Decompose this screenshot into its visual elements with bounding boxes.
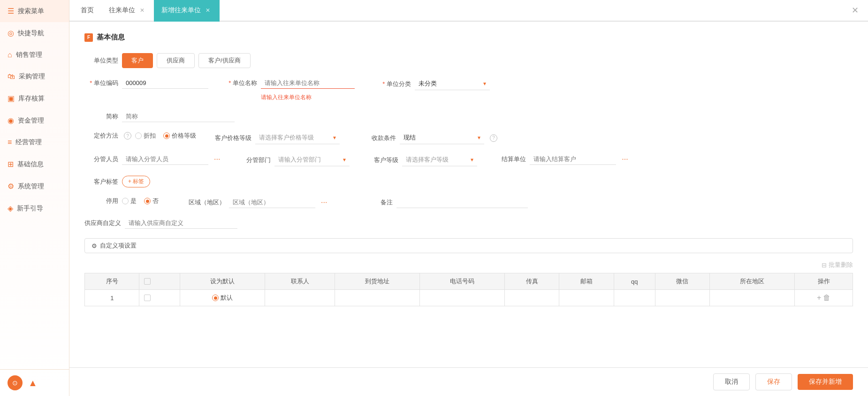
unit-code-label: 单位编码	[84, 79, 118, 87]
cancel-button[interactable]: 取消	[713, 373, 750, 390]
sidebar-item-search-label: 搜索菜单	[18, 7, 44, 16]
radio-no-circle	[144, 198, 151, 204]
tab-units-close[interactable]: ✕	[138, 6, 146, 15]
manager-more-btn[interactable]: ···	[212, 155, 222, 163]
sidebar-item-search[interactable]: ☰ 搜索菜单	[0, 0, 69, 22]
settlement-more-btn[interactable]: ···	[620, 155, 630, 163]
supplier-custom-input[interactable]	[125, 217, 237, 229]
disabled-row: 停用 是 否 区域（地区） ··· 备注	[84, 197, 853, 208]
cell-default: 默认	[180, 290, 265, 306]
row-delete-btn[interactable]: 🗑	[823, 294, 830, 302]
btn-supplier[interactable]: 供应商	[157, 53, 195, 68]
col-qq: qq	[614, 273, 655, 290]
row-default-label: 默认	[221, 294, 233, 302]
tab-new-unit-close[interactable]: ✕	[204, 6, 212, 15]
tab-units[interactable]: 往来单位 ✕	[101, 0, 154, 22]
window-close-btn[interactable]: ✕	[846, 5, 864, 16]
customer-level-select[interactable]: 请选择客户等级 ▾	[402, 154, 477, 166]
radio-discount[interactable]: 折扣	[135, 132, 156, 140]
settlement-label: 结算单位	[492, 155, 526, 163]
btn-customer-supplier[interactable]: 客户/供应商	[198, 53, 251, 68]
cell-region	[710, 290, 795, 306]
btn-customer[interactable]: 客户	[122, 53, 153, 68]
payment-terms-value: 现结	[404, 133, 416, 142]
manager-group: 分管人员 ···	[84, 154, 222, 165]
save-button[interactable]: 保存	[755, 373, 792, 390]
disabled-radio-group: 是 否	[122, 197, 159, 205]
sidebar-item-basic-info[interactable]: ⊞ 基础信息	[0, 153, 69, 175]
unit-code-input[interactable]	[122, 78, 208, 89]
department-label: 分管部门	[237, 156, 271, 164]
unit-category-group: 单位分类 未分类 ▾	[377, 78, 490, 90]
search-icon: ☰	[8, 7, 14, 16]
unit-name-error: 请输入往来单位名称	[261, 93, 312, 101]
customer-price-level-select[interactable]: 请选择客户价格等级 ▾	[255, 132, 340, 144]
radio-yes-label: 是	[130, 197, 137, 205]
tab-new-unit[interactable]: 新增往来单位 ✕	[154, 0, 220, 22]
manager-input[interactable]	[122, 154, 208, 165]
pricing-method-label: 定价方法	[84, 132, 118, 140]
row-add-btn[interactable]: +	[817, 294, 821, 302]
payment-terms-select[interactable]: 现结 ▾	[400, 132, 484, 144]
bottom-bar: 取消 保存 保存并新增	[69, 367, 868, 396]
disabled-group: 停用 是 否	[84, 197, 159, 205]
tab-home[interactable]: 首页	[73, 0, 101, 22]
unit-category-select[interactable]: 未分类 ▾	[415, 78, 490, 90]
sidebar-inventory-label: 库存核算	[18, 94, 45, 103]
supplier-custom-label: 供应商自定义	[84, 219, 121, 227]
sidebar-item-inventory[interactable]: ▣ 库存核算	[0, 87, 69, 109]
unit-name-label: 单位名称	[223, 79, 257, 87]
abbreviation-row: 简称	[84, 111, 853, 122]
row-default-radio[interactable]: 默认	[185, 294, 260, 302]
sidebar-item-guide[interactable]: ◈ 新手引导	[0, 197, 69, 219]
save-add-button[interactable]: 保存并新增	[798, 374, 853, 390]
cell-wechat	[655, 290, 709, 306]
sidebar-item-operations[interactable]: ≡ 经营管理	[0, 132, 69, 153]
region-more-btn[interactable]: ···	[319, 198, 329, 207]
add-tag-btn[interactable]: + 标签	[122, 176, 150, 187]
department-select[interactable]: 请输入分管部门 ▾	[274, 154, 350, 166]
sidebar: ☰ 搜索菜单 ◎ 快捷导航 ⌂ 销售管理 🛍 采购管理 ▣ 库存核算 ◉ 资金管…	[0, 0, 69, 396]
section-basic-info-title: F 基本信息	[84, 33, 853, 42]
settlement-input[interactable]	[530, 154, 616, 165]
radio-price-level[interactable]: 价格等级	[163, 132, 196, 140]
batch-delete-label: 批量删除	[829, 261, 853, 269]
unit-category-chevron: ▾	[483, 80, 486, 87]
col-phone: 电话号码	[419, 273, 504, 290]
pricing-row: 定价方法 ? 折扣 价格等级 客户价格等级 请选择客户价格等级	[84, 132, 853, 144]
table-row: 1 默认	[85, 290, 853, 306]
batch-delete-row[interactable]: ⊟ 批量删除	[84, 261, 853, 269]
settlement-group: 结算单位 ···	[492, 154, 630, 165]
abbreviation-group: 简称	[84, 111, 235, 122]
unit-code-group: 单位编码	[84, 78, 208, 89]
payment-terms-help-icon[interactable]: ?	[490, 134, 497, 142]
col-action: 操作	[795, 273, 853, 290]
region-label: 区域（地区）	[189, 198, 225, 207]
sidebar-item-system[interactable]: ⚙ 系统管理	[0, 175, 69, 197]
cell-seq: 1	[85, 290, 139, 306]
sidebar-item-sales[interactable]: ⌂ 销售管理	[0, 44, 69, 66]
row-checkbox[interactable]	[144, 295, 151, 301]
unit-name-input[interactable]	[261, 78, 355, 89]
custom-settings-btn[interactable]: ⚙ 自定义项设置	[84, 238, 853, 253]
cell-qq	[614, 290, 655, 306]
customer-price-level-group: 客户价格等级 请选择客户价格等级 ▾	[215, 132, 340, 144]
pricing-help-icon[interactable]: ?	[124, 132, 131, 140]
radio-no[interactable]: 否	[144, 197, 159, 205]
sidebar-item-purchase[interactable]: 🛍 采购管理	[0, 66, 69, 87]
region-input[interactable]	[229, 197, 315, 208]
sidebar-item-quick-nav[interactable]: ◎ 快捷导航	[0, 22, 69, 44]
col-address: 到货地址	[335, 273, 419, 290]
select-all-checkbox[interactable]	[144, 278, 151, 285]
tab-home-label: 首页	[81, 6, 94, 15]
region-group: 区域（地区） ···	[189, 197, 329, 208]
radio-discount-circle	[135, 132, 142, 139]
add-tag-label: + 标签	[128, 178, 144, 186]
remark-input[interactable]	[396, 197, 528, 208]
radio-yes[interactable]: 是	[122, 197, 137, 205]
radio-discount-label: 折扣	[144, 132, 156, 140]
cell-fax	[504, 290, 559, 306]
department-chevron: ▾	[343, 156, 346, 163]
abbreviation-input[interactable]	[122, 111, 235, 122]
sidebar-item-finance[interactable]: ◉ 资金管理	[0, 109, 69, 132]
